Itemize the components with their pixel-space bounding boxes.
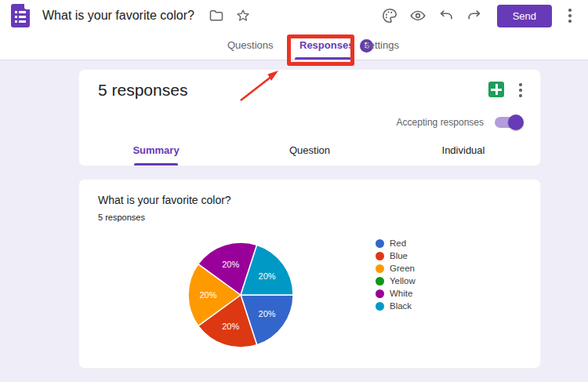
theme-palette-icon[interactable] — [381, 7, 398, 24]
legend-label: Green — [390, 264, 415, 273]
tab-responses-label: Responses — [299, 31, 354, 60]
responses-more-menu-icon[interactable] — [514, 81, 528, 100]
legend-dot — [376, 289, 384, 298]
legend-label: Red — [390, 238, 406, 248]
subtab-individual[interactable]: Individual — [387, 137, 540, 166]
legend-dot — [376, 277, 384, 286]
responses-tab-indicator — [295, 57, 351, 60]
summary-subtabs: Summary Question Individual — [79, 137, 540, 166]
legend-item-red: Red — [376, 237, 416, 249]
legend-label: White — [390, 289, 412, 298]
header-action-icons: Send — [370, 5, 577, 27]
legend-dot — [376, 264, 384, 273]
app-header: What is your favorite color? — [0, 0, 588, 31]
legend-item-black: Black — [376, 300, 416, 312]
legend-item-green: Green — [376, 262, 416, 275]
pie-slice-label: 20% — [259, 271, 276, 281]
pie-chart-svg: 20%20%20%20%20% — [174, 228, 307, 362]
subtab-summary-label: Summary — [132, 144, 179, 156]
header-more-menu-icon[interactable] — [563, 6, 577, 25]
logo-fold — [24, 4, 30, 9]
pie-slice-label: 20% — [222, 322, 239, 331]
pie-slice-label: 20% — [199, 290, 216, 300]
responses-count-title: 5 responses — [98, 81, 187, 100]
question-response-count: 5 responses — [98, 213, 145, 222]
create-spreadsheet-icon[interactable] — [488, 82, 504, 97]
legend-dot — [376, 239, 384, 248]
legend-label: Yellow — [390, 276, 416, 286]
send-button[interactable]: Send — [497, 5, 552, 27]
chart-legend: RedBlueGreenYellowWhiteBlack — [376, 237, 416, 312]
main-tab-strip: Questions Responses 5 Settings — [0, 31, 588, 60]
pie-slice-label: 20% — [259, 309, 276, 318]
accepting-responses-label: Accepting responses — [397, 117, 484, 128]
preview-eye-icon[interactable] — [409, 7, 426, 24]
legend-label: Black — [390, 301, 412, 311]
toggle-knob — [508, 115, 524, 130]
subtab-summary[interactable]: Summary — [79, 137, 233, 166]
star-icon[interactable] — [235, 8, 251, 24]
pie-slice-label: 20% — [222, 260, 239, 269]
legend-dot — [376, 252, 384, 260]
google-forms-logo-icon[interactable] — [11, 4, 30, 27]
tab-settings[interactable]: Settings — [362, 31, 399, 60]
move-to-folder-icon[interactable] — [209, 8, 224, 24]
question-title: What is your favorite color? — [98, 194, 231, 206]
tab-questions[interactable]: Questions — [227, 31, 274, 60]
form-title[interactable]: What is your favorite color? — [42, 9, 194, 23]
legend-dot — [376, 302, 384, 311]
question-result-card: What is your favorite color? 5 responses… — [78, 179, 541, 369]
subtab-question[interactable]: Question — [233, 137, 387, 166]
legend-item-white: White — [376, 287, 416, 300]
legend-item-yellow: Yellow — [376, 275, 416, 287]
legend-item-blue: Blue — [376, 249, 416, 262]
logo-list-glyph — [15, 11, 26, 25]
undo-icon[interactable] — [437, 7, 455, 24]
accepting-responses-toggle[interactable] — [495, 117, 521, 128]
responses-summary-card: 5 responses Accepting responses Summary … — [78, 69, 541, 166]
legend-label: Blue — [390, 251, 408, 260]
redo-icon[interactable] — [466, 7, 483, 24]
subtab-indicator — [134, 163, 178, 166]
